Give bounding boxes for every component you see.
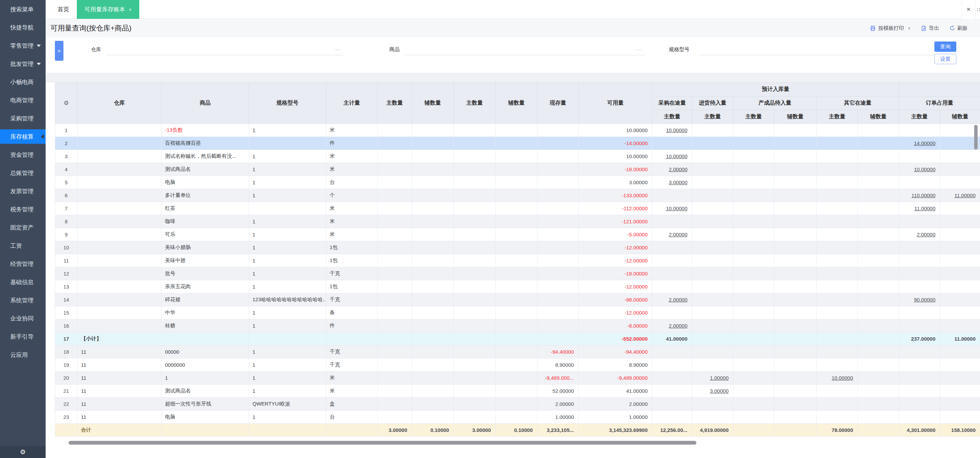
cell-incoming-pending-qty[interactable]: 3.00000 bbox=[692, 385, 733, 398]
table-row[interactable]: 3测试名称贼长，然后截断有没...1米10.0000010.00000 bbox=[55, 150, 980, 163]
table-row[interactable]: 10美味小腊肠11包-12.00000 bbox=[55, 241, 980, 254]
table-row[interactable]: 2111测试商品名1米52.0000041.000003.00000 bbox=[55, 385, 980, 398]
cell-order-occupied-main-qty[interactable]: 2.00000 bbox=[899, 228, 940, 241]
table-row[interactable]: 8咖啡1米-121.00000 bbox=[55, 215, 980, 228]
sidebar-item-工资[interactable]: 工资 bbox=[0, 239, 46, 253]
cell-order-occupied-main-qty[interactable]: 14.00000 bbox=[899, 137, 940, 150]
settings-button[interactable]: 设置 bbox=[934, 54, 956, 64]
expand-filters-button[interactable]: » bbox=[55, 41, 64, 61]
column-settings-gear-icon[interactable]: ⚙ bbox=[64, 100, 68, 107]
cell-order-occupied-main-qty[interactable]: 10.00000 bbox=[899, 163, 940, 176]
sidebar-item-批发管理[interactable]: 批发管理 bbox=[0, 57, 46, 71]
cell-order-occupied-aux-qty[interactable]: 11.00000 bbox=[940, 189, 980, 202]
cell-purchase-transit-qty[interactable]: 10.00000 bbox=[652, 124, 692, 137]
vertical-scrollbar-thumb[interactable] bbox=[974, 125, 978, 149]
table-row[interactable]: 2311电脑1台1.000001.00000 bbox=[55, 411, 980, 424]
total-row[interactable]: 合计3.000000.100003.000000.100003,233,105.… bbox=[55, 424, 980, 437]
cell-other-transit-main-qty[interactable]: 10.00000 bbox=[817, 372, 858, 385]
sidebar-item-企业协同[interactable]: 企业协同 bbox=[0, 311, 46, 326]
refresh-button[interactable]: 刷新 bbox=[950, 25, 968, 32]
header-other-transit-aux[interactable]: 辅数量 bbox=[858, 110, 899, 124]
header-product[interactable]: 商品 bbox=[162, 83, 249, 124]
close-tab-icon[interactable]: × bbox=[129, 6, 132, 12]
header-incoming-pending[interactable]: 进货待入量 bbox=[692, 96, 733, 110]
header-other-transit[interactable]: 其它在途量 bbox=[817, 96, 899, 110]
table-row[interactable]: 7红茶米-112.0000010.0000011.00000 bbox=[55, 202, 980, 215]
warehouse-filter-input[interactable]: ··· bbox=[107, 46, 343, 55]
product-picker-ellipsis[interactable]: ··· bbox=[636, 46, 643, 52]
sidebar-item-库存核算[interactable]: 库存核算 bbox=[0, 129, 46, 144]
sidebar-item-小畅电商[interactable]: 小畅电商 bbox=[0, 75, 46, 89]
cell-purchase-transit-qty[interactable]: 10.00000 bbox=[652, 202, 692, 215]
cell-purchase-transit-qty[interactable]: 2.00000 bbox=[652, 293, 692, 306]
table-row[interactable]: 1-13负数1米10.0000010.00000 bbox=[55, 124, 980, 137]
cell-incoming-pending-qty[interactable]: 1.00000 bbox=[692, 372, 733, 385]
sidebar-item-税务管理[interactable]: 税务管理 bbox=[0, 202, 46, 216]
cell-order-occupied-main-qty[interactable]: 11.00000 bbox=[899, 202, 940, 215]
sidebar-item-新手引导[interactable]: 新手引导 bbox=[0, 329, 46, 344]
table-row[interactable]: 11美味中翅11包-12.00000 bbox=[55, 254, 980, 267]
header-main-qty-1[interactable]: 主数量 bbox=[378, 83, 412, 124]
close-all-tabs-icon[interactable]: × bbox=[961, 0, 975, 19]
sidebar-item-总账管理[interactable]: 总账管理 bbox=[0, 166, 46, 180]
table-row[interactable]: 16桂糖1件-8.000002.00000 bbox=[55, 320, 980, 332]
table-row[interactable]: 14碎花裙123哈哈哈哈哈哈哈哈哈哈哈哈...千克-98.000002.0000… bbox=[55, 293, 980, 306]
header-available[interactable]: 可用量 bbox=[579, 83, 652, 124]
product-filter-input[interactable]: ··· bbox=[405, 46, 645, 55]
table-row[interactable]: 13亲亲五花肉11包-12.00000 bbox=[55, 280, 980, 293]
sidebar-item-采购管理[interactable]: 采购管理 bbox=[0, 111, 46, 126]
tab-可用量库存账本[interactable]: 可用量库存账本× bbox=[77, 0, 139, 19]
header-finished-pending[interactable]: 产成品待入量 bbox=[733, 96, 817, 110]
table-row[interactable]: 15中华1条-12.00000 bbox=[55, 306, 980, 320]
sidebar-item-资金管理[interactable]: 资金管理 bbox=[0, 148, 46, 162]
table-row[interactable]: 4测试商品名1米-18.000002.0000010.00000 bbox=[55, 163, 980, 176]
table-row[interactable]: 2百褶裙高腰百搭件-14.0000014.00000 bbox=[55, 137, 980, 150]
sidebar-item-固定资产[interactable]: 固定资产 bbox=[0, 220, 46, 235]
header-main-unit[interactable]: 主计量 bbox=[326, 83, 378, 124]
table-row[interactable]: 201111米-9,489.000...-9,489.000001.000001… bbox=[55, 372, 980, 385]
export-button[interactable]: 导出 bbox=[921, 25, 939, 32]
table-row[interactable]: 9可乐1米-5.000002.000002.00000 bbox=[55, 228, 980, 241]
table-row[interactable]: 5电脑1台3.000003.00000 bbox=[55, 176, 980, 189]
header-main-qty-2[interactable]: 主数量 bbox=[454, 83, 496, 124]
cell-purchase-transit-qty[interactable]: 2.00000 bbox=[652, 228, 692, 241]
header-aux-qty-1[interactable]: 辅数量 bbox=[412, 83, 454, 124]
header-purchase-transit[interactable]: 采购在途量 bbox=[652, 96, 692, 110]
header-other-transit-main[interactable]: 主数量 bbox=[817, 110, 858, 124]
header-on-hand[interactable]: 现存量 bbox=[538, 83, 579, 124]
header-purchase-transit-main[interactable]: 主数量 bbox=[652, 110, 692, 124]
sidebar-item-经营管理[interactable]: 经营管理 bbox=[0, 257, 46, 271]
table-row[interactable]: 2211超细一次性弓形牙线QWERTYUI欧派盒2.000002.00000 bbox=[55, 398, 980, 411]
print-by-template-button[interactable]: 按模板打印 ∨ bbox=[870, 25, 911, 32]
sidebar-item-搜索菜单[interactable]: 搜索菜单 bbox=[0, 2, 46, 16]
header-order-occupied-main[interactable]: 主数量 bbox=[899, 110, 940, 124]
sidebar-item-发票管理[interactable]: 发票管理 bbox=[0, 184, 46, 198]
sidebar-item-零售管理[interactable]: 零售管理 bbox=[0, 38, 46, 53]
header-finished-pending-main[interactable]: 主数量 bbox=[733, 110, 774, 124]
header-order-occupied-aux[interactable]: 辅数量 bbox=[940, 110, 980, 124]
gear-icon[interactable]: ⚙ bbox=[20, 448, 26, 456]
header-order-occupied[interactable]: 订单占用量 bbox=[899, 96, 980, 110]
table-row[interactable]: 6多计量单位1个-133.00000110.0000011.00000 bbox=[55, 189, 980, 202]
cell-purchase-transit-qty[interactable]: 10.00000 bbox=[652, 150, 692, 163]
cell-purchase-transit-qty[interactable]: 2.00000 bbox=[652, 163, 692, 176]
header-spec[interactable]: 规格型号 bbox=[249, 83, 326, 124]
sidebar-item-云应用[interactable]: 云应用 bbox=[0, 348, 46, 362]
sidebar-item-电商管理[interactable]: 电商管理 bbox=[0, 93, 46, 107]
horizontal-scrollbar-thumb[interactable] bbox=[68, 441, 696, 445]
cell-order-occupied-main-qty[interactable]: 90.00000 bbox=[899, 293, 940, 306]
fullscreen-icon[interactable] bbox=[975, 0, 980, 19]
chevron-down-icon[interactable]: ∨ bbox=[908, 26, 911, 30]
cell-purchase-transit-qty[interactable]: 2.00000 bbox=[652, 320, 692, 332]
table-row[interactable]: 1811000001千克-94.40000-94.40000 bbox=[55, 345, 980, 358]
sidebar-item-基础信息[interactable]: 基础信息 bbox=[0, 275, 46, 289]
header-aux-qty-2[interactable]: 辅数量 bbox=[496, 83, 538, 124]
warehouse-picker-ellipsis[interactable]: ··· bbox=[334, 46, 341, 52]
tab-首页[interactable]: 首页 bbox=[50, 0, 77, 19]
cell-purchase-transit-qty[interactable]: 3.00000 bbox=[652, 176, 692, 189]
table-row[interactable]: 12批号1千克-18.00000 bbox=[55, 267, 980, 280]
header-warehouse[interactable]: 仓库 bbox=[78, 83, 162, 124]
sidebar-item-系统管理[interactable]: 系统管理 bbox=[0, 293, 46, 307]
subtotal-row[interactable]: 17【小计】-552.0000041.00000237.0000011.0000… bbox=[55, 332, 980, 345]
query-button[interactable]: 查询 bbox=[934, 41, 956, 52]
